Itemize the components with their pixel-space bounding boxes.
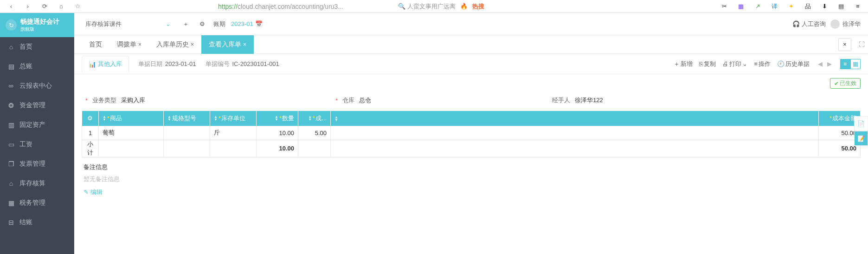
cell-unit[interactable]: 斤 [210,126,257,140]
action-label: 复制 [704,60,716,68]
action-label: 操作 [759,60,771,68]
ext-tree-icon[interactable]: 品 [802,1,813,12]
cell-qty[interactable]: 10.00 [257,126,298,140]
calendar-icon: 📅 [255,20,263,27]
tab-inbound-history[interactable]: 入库单历史× [149,35,201,54]
field-value: 总仓 [359,96,371,104]
close-all-button[interactable]: × [838,38,851,51]
table-row[interactable]: 1 葡萄 斤 10.00 5.00 50.00 [82,126,861,140]
course-selector[interactable]: 库存核算课件 ⌄ [82,17,174,31]
add-button[interactable]: ＋ [180,19,191,30]
new-button[interactable]: ＋新增 [674,60,693,68]
user-menu[interactable]: 徐泽华 [830,20,861,29]
edit-remarks-button[interactable]: ✎ 编辑 [84,188,859,196]
print-button[interactable]: 🖨打印 ⌄ [722,60,747,68]
sidebar-brand[interactable]: ↻ 畅捷通好会计 旗舰版 [0,13,74,37]
subtab-other-inbound[interactable]: 📊 其他入库 [82,56,129,72]
ext-menu-icon[interactable]: ≡ [852,1,863,12]
help-label: 人工咨询 [802,20,826,28]
ops-button[interactable]: ≡操作 [754,60,771,68]
view-toggle: ≡ ▦ [840,59,861,69]
ext-translate-icon[interactable]: 译 [769,1,780,12]
ext-page-icon[interactable]: ▤ [836,1,847,12]
prev-icon[interactable]: ◀ [816,60,824,68]
col-product[interactable]: ▲▼*商品 [99,111,164,126]
sidebar-item-invoice[interactable]: ❐发票管理 [0,154,74,174]
sidebar-item-home[interactable]: ⌂首页 [0,37,74,57]
col-qty[interactable]: ▲▼*数量 [257,111,298,126]
ext-grid-icon[interactable]: ▦ [735,1,746,12]
sidebar-item-assets[interactable]: ▥固定资产 [0,115,74,135]
ledger-icon: ▤ [7,63,15,70]
next-icon[interactable]: ▶ [825,60,834,68]
sort-icon: ▲▼ [103,116,106,121]
fullscreen-button[interactable]: ⛶ [855,38,868,51]
tab-view-inbound[interactable]: 查看入库单× [201,35,254,54]
tab-transfer[interactable]: 调拨单× [109,35,149,54]
close-icon[interactable]: × [191,41,194,48]
ext-scissors-icon[interactable]: ✂ [719,1,730,12]
col-spec[interactable]: ▲▼规格型号 [164,111,210,126]
ext-arrow-icon[interactable]: ↗ [752,1,763,12]
nav-back-icon[interactable]: ‹ [5,1,18,12]
sidebar-item-close[interactable]: ⊟结账 [0,213,74,232]
tab-home[interactable]: 首页 [82,35,109,54]
subtotal-row: 小计 10.00 50.00 [82,140,861,157]
remarks-empty: 暂无备注信息 [84,175,859,183]
sidebar-item-inventory[interactable]: ⌂库存核算 [0,174,74,193]
cell-product[interactable]: 葡萄 [99,126,164,140]
float-note-button[interactable]: 📝 [854,131,868,146]
url-bar[interactable]: https://cloud.chanjet.com/accounting/uru… [218,3,343,10]
history-button[interactable]: 🕘历史单据 [777,60,810,68]
close-icon[interactable]: × [243,41,246,48]
float-doc-button[interactable]: 📄 [854,116,868,131]
cell-index: 1 [82,126,99,140]
col-cost[interactable]: ▲▼*成... [298,111,331,126]
col-unit[interactable]: ▲▼*库存单位 [210,111,257,126]
gear-column[interactable]: ⚙ [82,111,99,126]
home-icon[interactable]: ⌂ [55,1,68,12]
sidebar-item-funds[interactable]: ❂资金管理 [0,96,74,115]
sidebar: ↻ 畅捷通好会计 旗舰版 ⌂首页 ▤总账 ⬄云报表中心 ❂资金管理 ▥固定资产 … [0,13,74,254]
home-icon: ⌂ [7,43,15,51]
ext-download-icon[interactable]: ⬇ [819,1,830,12]
status-row: ✔ 已生效 [74,74,868,92]
col-label: 商品 [110,115,122,122]
period-selector[interactable]: 2023-01 📅 [231,20,263,27]
sidebar-item-label: 结账 [19,218,32,227]
col-blank[interactable]: ▲▼ [331,111,819,126]
cell-cost[interactable]: 5.00 [298,126,331,140]
sidebar-item-tax[interactable]: ▦税务管理 [0,193,74,213]
sidebar-item-ledger[interactable]: ▤总账 [0,57,74,76]
cell-spec[interactable] [164,126,210,140]
field-label: 业务类型 [92,96,116,104]
sort-icon: ▲▼ [167,116,171,121]
settings-button[interactable]: ⚙ [197,19,208,30]
items-table: ⚙ ▲▼*商品 ▲▼规格型号 ▲▼*库存单位 ▲▼*数量 ▲▼*成... ▲▼ … [82,111,861,157]
nav-fwd-icon[interactable]: › [21,1,34,12]
warehouse-field: * 仓库 总仓 [335,96,371,104]
field-value: 徐泽华122 [575,96,603,104]
star-icon[interactable]: ☆ [71,1,84,12]
field-value: 采购入库 [121,96,145,104]
brand-logo-icon: ↻ [6,20,17,31]
refresh-icon[interactable]: ⟳ [38,1,51,12]
invoice-icon: ❐ [7,160,15,168]
hot-text: 热搜 [472,2,484,11]
card-view-button[interactable]: ▦ [850,59,861,69]
brand-sub: 旗舰版 [20,26,59,33]
biztype-field: * 业务类型 采购入库 [85,96,145,104]
ext-star-icon[interactable]: ✦ [785,1,797,12]
tax-icon: ▦ [7,199,15,207]
sidebar-item-reports[interactable]: ⬄云报表中心 [0,76,74,96]
list-view-button[interactable]: ≡ [840,59,850,69]
sidebar-item-label: 发票管理 [19,160,45,168]
tab-label: 查看入库单 [209,40,241,49]
close-icon[interactable]: × [138,41,141,48]
browser-search[interactable]: 🔍 人蛮文事用广远离 🔥 热搜 [398,2,484,11]
copy-button[interactable]: ⎘复制 [699,60,716,68]
sidebar-item-salary[interactable]: ▭工资 [0,135,74,154]
col-label: 数量 [282,115,294,122]
col-label: 库存单位 [221,115,245,122]
help-link[interactable]: 🎧 人工咨询 [792,20,826,28]
